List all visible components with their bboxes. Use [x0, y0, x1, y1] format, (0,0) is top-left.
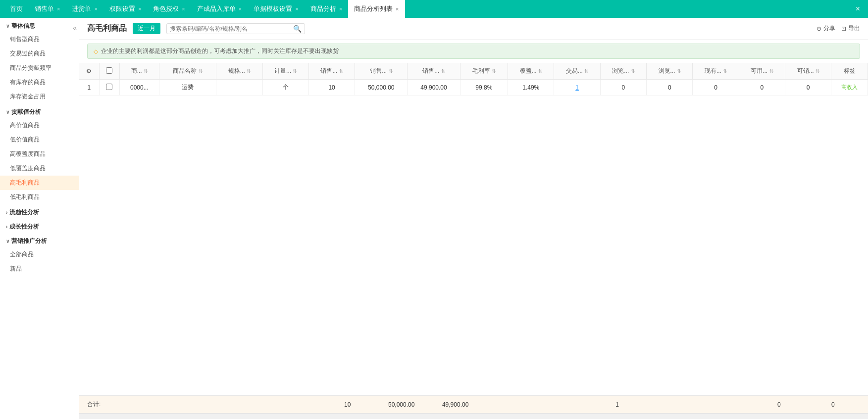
nav-role-auth[interactable]: 角色授权 × — [147, 0, 191, 18]
cell-spec — [216, 80, 262, 95]
sidebar-item-high-coverage[interactable]: 高覆盖度商品 — [0, 147, 79, 161]
row-checkbox[interactable] — [106, 84, 112, 90]
nav-purchase-order[interactable]: 进货单 × — [66, 0, 103, 18]
col-transactions-header[interactable]: 交易... ⇅ — [554, 63, 600, 80]
col-tag-header[interactable]: 标签 — [831, 63, 868, 80]
cell-coverage: 1.49% — [508, 80, 554, 95]
transactions-link[interactable]: 1 — [575, 84, 579, 91]
sidebar-item-stocked-products[interactable]: 有库存的商品 — [0, 75, 79, 90]
nav-product-analysis[interactable]: 商品分析 × — [305, 0, 348, 18]
sort-code-icon: ⇅ — [144, 68, 148, 74]
sidebar-group-contribution[interactable]: ∨ 贡献值分析 — [0, 104, 79, 118]
close-sales-order[interactable]: × — [57, 6, 60, 12]
info-text: 企业的主要的利润都是这部分商品创造的，可考虑加大推广，同时关注库存是不要出现缺货 — [101, 47, 339, 55]
sidebar: « ∨ 整体信息 销售型商品 交易过的商品 商品分贡献频率 有库存的商品 库存资… — [0, 18, 79, 419]
sidebar-item-low-coverage[interactable]: 低覆盖度商品 — [0, 161, 79, 176]
cell-checkbox — [99, 80, 120, 95]
sidebar-item-low-value[interactable]: 低价值商品 — [0, 133, 79, 147]
footer-sales-amount: 50,000.00 — [374, 401, 428, 408]
nav-sales-order[interactable]: 销售单 × — [29, 0, 66, 18]
sidebar-collapse-button[interactable]: « — [71, 22, 79, 34]
col-settings[interactable]: ⚙ — [79, 63, 99, 80]
col-coverage-header[interactable]: 覆盖... ⇅ — [508, 63, 554, 80]
cell-sales-cost: 49,900.00 — [408, 80, 460, 95]
nav-product-analysis-list[interactable]: 商品分析列表 × — [348, 0, 405, 18]
col-available-stock-header[interactable]: 可用... ⇅ — [739, 63, 785, 80]
col-current-stock-header[interactable]: 现有... ⇅ — [693, 63, 739, 80]
nav-template-settings[interactable]: 单据模板设置 × — [248, 0, 304, 18]
sidebar-group-growth[interactable]: › 成长性分析 — [0, 219, 79, 233]
sidebar-item-new-products[interactable]: 新品 — [0, 262, 79, 276]
col-checkbox — [99, 63, 120, 80]
group-overall-label: 整体信息 — [11, 22, 35, 30]
nav-home[interactable]: 首页 — [4, 0, 29, 18]
sidebar-group-trend[interactable]: › 流趋性分析 — [0, 204, 79, 219]
sidebar-group-marketing[interactable]: ∨ 营销推广分析 — [0, 233, 79, 247]
close-permission-settings[interactable]: × — [138, 6, 141, 12]
sidebar-item-stock-capital[interactable]: 库存资金占用 — [0, 90, 79, 104]
cell-name: 运费 — [159, 80, 216, 95]
sidebar-item-traded-products[interactable]: 交易过的商品 — [0, 47, 79, 61]
close-all-tabs[interactable]: × — [852, 4, 864, 13]
close-product-analysis-list[interactable]: × — [396, 6, 399, 12]
period-button[interactable]: 近一月 — [133, 23, 160, 34]
col-code-header[interactable]: 商... ⇅ — [120, 63, 159, 80]
close-role-auth[interactable]: × — [182, 6, 185, 12]
nav-permission-settings[interactable]: 权限设置 × — [103, 0, 147, 18]
sort-sales-amount-icon: ⇅ — [389, 68, 393, 74]
sort-views2-icon: ⇅ — [677, 68, 681, 74]
sort-name-icon: ⇅ — [199, 68, 203, 74]
search-input[interactable] — [170, 25, 293, 32]
share-button[interactable]: ⊙ 分享 — [817, 24, 835, 33]
sidebar-item-high-margin[interactable]: 高毛利商品 — [0, 176, 79, 190]
sort-sales-cost-icon: ⇅ — [441, 68, 445, 74]
search-icon[interactable]: 🔍 — [293, 25, 302, 33]
footer-sales-qty: 10 — [320, 401, 374, 408]
search-box: 🔍 — [166, 23, 305, 34]
cell-sales-amount: 50,000.00 — [355, 80, 408, 95]
sidebar-item-all-products[interactable]: 全部商品 — [0, 247, 79, 262]
sidebar-group-overall[interactable]: ∨ 整体信息 — [0, 18, 79, 32]
sort-sales-qty-icon: ⇅ — [339, 68, 343, 74]
col-spec-header[interactable]: 规格... ⇅ — [216, 63, 262, 80]
col-gross-margin-header[interactable]: 毛利率 ⇅ — [460, 63, 508, 80]
select-all-checkbox[interactable] — [106, 67, 112, 74]
sidebar-item-high-value[interactable]: 高价值商品 — [0, 118, 79, 133]
col-sales-qty-header[interactable]: 销售... ⇅ — [308, 63, 355, 80]
cell-index: 1 — [79, 80, 99, 95]
sort-coverage-icon: ⇅ — [538, 68, 542, 74]
main-layout: « ∨ 整体信息 销售型商品 交易过的商品 商品分贡献频率 有库存的商品 库存资… — [0, 18, 868, 419]
group-marketing-label: 营销推广分析 — [11, 237, 47, 245]
col-sales-amount-header[interactable]: 销售... ⇅ — [355, 63, 408, 80]
sort-available-stock-icon: ⇅ — [769, 68, 773, 74]
close-product-in[interactable]: × — [239, 6, 242, 12]
sort-current-stock-icon: ⇅ — [723, 68, 727, 74]
cell-tag: 高收入 — [831, 80, 868, 95]
info-banner: ◇ 企业的主要的利润都是这部分商品创造的，可考虑加大推广，同时关注库存是不要出现… — [87, 44, 860, 59]
sidebar-item-sales-products[interactable]: 销售型商品 — [0, 32, 79, 47]
col-views2-header[interactable]: 浏览... ⇅ — [647, 63, 693, 80]
export-button[interactable]: ⊡ 导出 — [841, 24, 860, 33]
sidebar-item-low-margin[interactable]: 低毛利商品 — [0, 190, 79, 204]
col-name-header[interactable]: 商品名称 ⇅ — [159, 63, 216, 80]
table-container: ⚙ 商... ⇅ 商品名称 ⇅ — [79, 63, 868, 395]
cell-available-stock: 0 — [739, 80, 785, 95]
col-sales-cost-header[interactable]: 销售... ⇅ — [408, 63, 460, 80]
export-icon: ⊡ — [841, 25, 846, 32]
top-navigation: 首页 销售单 × 进货单 × 权限设置 × 角色授权 × 产成品入库单 × 单据… — [0, 0, 868, 18]
close-purchase-order[interactable]: × — [94, 6, 97, 12]
col-unit-header[interactable]: 计量... ⇅ — [262, 63, 308, 80]
sidebar-item-contribution-rate[interactable]: 商品分贡献频率 — [0, 61, 79, 75]
settings-icon[interactable]: ⚙ — [86, 68, 92, 75]
close-template-settings[interactable]: × — [295, 6, 298, 12]
col-views1-header[interactable]: 浏览... ⇅ — [600, 63, 646, 80]
horizontal-scrollbar[interactable] — [79, 413, 868, 419]
col-sellable-stock-header[interactable]: 可销... ⇅ — [785, 63, 831, 80]
group-contribution-arrow: ∨ — [6, 109, 9, 115]
content-area: 高毛利商品 近一月 🔍 ⊙ 分享 ⊡ 导出 ◇ 企业的主要的利润都是这部分商品创… — [79, 18, 868, 419]
cell-sellable-stock: 0 — [785, 80, 831, 95]
info-icon: ◇ — [94, 48, 98, 55]
close-product-analysis[interactable]: × — [339, 6, 342, 12]
table-row: 1 0000... 运费 个 10 50,000.00 49,900.00 99… — [79, 80, 868, 95]
nav-product-in[interactable]: 产成品入库单 × — [191, 0, 248, 18]
